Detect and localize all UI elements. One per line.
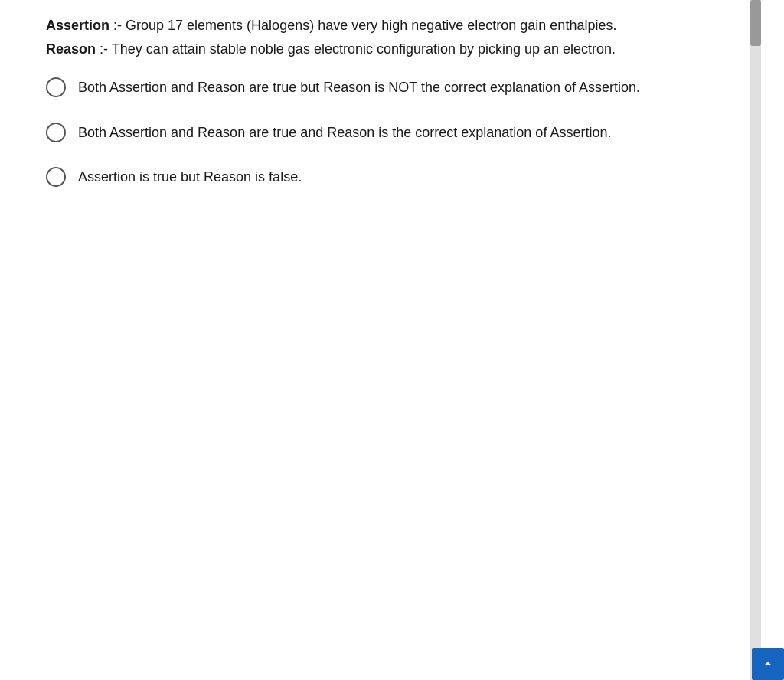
assertion-label: Assertion (46, 18, 109, 33)
assertion-text: Group 17 elements (Halogens) have very h… (126, 18, 616, 33)
radio-option-3[interactable] (46, 167, 66, 187)
reason-label: Reason (46, 41, 96, 57)
chevron-up-icon (760, 655, 776, 672)
reason-text: They can attain stable noble gas electro… (112, 41, 616, 57)
option-text-3: Assertion is true but Reason is false. (78, 165, 729, 189)
option-item-2[interactable]: Both Assertion and Reason are true and R… (46, 121, 729, 145)
scrollbar-thumb[interactable] (750, 0, 761, 46)
question-block: Assertion :- Group 17 elements (Halogens… (46, 14, 729, 60)
content-area: Assertion :- Group 17 elements (Halogens… (0, 0, 750, 680)
radio-option-1[interactable] (46, 77, 66, 97)
nav-up-button[interactable] (752, 648, 784, 680)
scrollbar[interactable] (750, 0, 761, 680)
assertion-separator: :- (109, 18, 126, 33)
options-list: Both Assertion and Reason are true but R… (46, 76, 729, 189)
option-item-3[interactable]: Assertion is true but Reason is false. (46, 165, 729, 189)
reason-separator: :- (96, 41, 112, 57)
radio-option-2[interactable] (46, 123, 66, 142)
question-text: Assertion :- Group 17 elements (Halogens… (46, 14, 729, 60)
page-container: Assertion :- Group 17 elements (Halogens… (0, 0, 784, 680)
option-text-1: Both Assertion and Reason are true but R… (78, 76, 729, 100)
option-item-1[interactable]: Both Assertion and Reason are true but R… (46, 76, 729, 100)
option-text-2: Both Assertion and Reason are true and R… (78, 121, 729, 145)
